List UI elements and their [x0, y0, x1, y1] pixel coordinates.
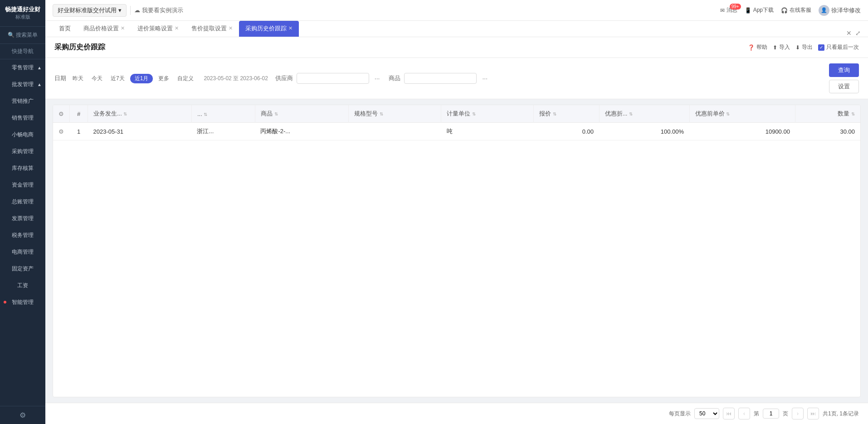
total-info: 共1页, 1条记录 [823, 410, 859, 418]
table-row: ⚙ 1 2023-05-31 浙江... 丙烯酸-2-... 吨 0.00 10… [53, 123, 860, 140]
tab-price[interactable]: 商品价格设置 ✕ [77, 21, 131, 37]
th-original-price-label: 优惠前单价 [695, 110, 725, 117]
filter-row: 日期 昨天 今天 近7天 近1月 更多 自定义 2023-05-02 至 202… [54, 63, 859, 93]
th-original-price-sort: ⇅ [726, 111, 730, 116]
online-service-action[interactable]: 🎧 在线客服 [781, 6, 811, 14]
th-quantity[interactable]: 数量 ⇅ [795, 105, 860, 123]
goods-input[interactable] [404, 73, 477, 84]
panel-close-btn[interactable]: ✕ [846, 29, 852, 37]
page-number-input[interactable] [763, 409, 779, 419]
sidebar-item-ecom-small[interactable]: 小畅电商 [0, 126, 45, 143]
th-quantity-sort: ⇅ [851, 111, 855, 116]
goods-dots-btn[interactable]: ··· [480, 74, 489, 83]
export-btn[interactable]: ⬇ 导出 [795, 43, 813, 51]
tab-purchase-strategy[interactable]: 进价策略设置 ✕ [131, 21, 185, 37]
th-goods[interactable]: 商品 ⇅ [255, 105, 349, 123]
goods-filter-label: 商品 [389, 74, 400, 82]
sidebar-settings-icon[interactable]: ⚙ [20, 411, 26, 419]
page-prev-btn[interactable]: ‹ [738, 408, 750, 419]
sidebar-search[interactable]: 🔍 搜索菜单 [0, 27, 45, 44]
date-opt-yesterday[interactable]: 昨天 [70, 74, 86, 83]
sidebar-item-retail[interactable]: 零售管理 ▲ [0, 59, 45, 76]
th-price-label: 报价 [539, 110, 551, 117]
th-goods-label: 商品 [261, 110, 273, 117]
tab-history-price[interactable]: 采购历史价跟踪 ✕ [239, 21, 299, 37]
th-price[interactable]: 报价 ⇅ [534, 105, 599, 123]
tab-sale-price[interactable]: 售价提取设置 ✕ [185, 21, 239, 37]
th-spec-sort: ⇅ [380, 111, 383, 116]
th-gear[interactable]: ⚙ [53, 105, 70, 123]
tab-price-close[interactable]: ✕ [121, 25, 125, 31]
topbar-divider [130, 6, 131, 15]
th-more[interactable]: ... ⇅ [191, 105, 255, 123]
sidebar-quick-nav[interactable]: 快捷导航 [0, 44, 45, 59]
sidebar-item-wholesale[interactable]: 批发管理 ▲ [0, 76, 45, 93]
page-last-btn[interactable]: ⏭ [807, 408, 819, 419]
supplier-input[interactable] [297, 73, 369, 84]
tab-sale-price-close[interactable]: ✕ [229, 25, 233, 31]
sidebar-item-sales[interactable]: 销售管理 [0, 110, 45, 126]
date-range-group: 2023-05-02 至 2023-06-02 [204, 75, 268, 82]
sidebar-item-smart[interactable]: 智能管理 [0, 294, 45, 311]
th-date[interactable]: 业务发生... ⇅ [88, 105, 192, 123]
date-opt-1month[interactable]: 近1月 [130, 74, 153, 83]
panel-expand-btn[interactable]: ⤢ [855, 29, 861, 37]
th-spec[interactable]: 规格型号 ⇅ [349, 105, 441, 123]
sidebar-item-assets[interactable]: 固定资产 [0, 260, 45, 277]
sidebar-item-finance[interactable]: 资金管理 [0, 177, 45, 193]
query-btn[interactable]: 查询 [829, 63, 859, 77]
import-btn[interactable]: ⬆ 导入 [773, 43, 790, 51]
th-discount-label: 优惠折... [605, 110, 628, 117]
page-title: 采购历史价跟踪 [54, 43, 105, 52]
date-opt-7days[interactable]: 近7天 [108, 74, 127, 83]
th-unit[interactable]: 计量单位 ⇅ [441, 105, 534, 123]
th-date-label: 业务发生... [93, 110, 122, 117]
version-select[interactable]: 好业财标准版交付试用 ▾ [53, 4, 127, 17]
page-next-btn[interactable]: › [792, 408, 804, 419]
table-header-row: ⚙ # 业务发生... ⇅ ... ⇅ 商品 ⇅ [53, 105, 860, 123]
page-first-btn[interactable]: ⏮ [723, 408, 735, 419]
sidebar-item-ledger[interactable]: 总账管理 [0, 193, 45, 210]
th-num: # [70, 105, 88, 123]
topbar-right: ✉ 消息 99+ 📱 App下载 🎧 在线客服 👤 徐泽华修改 [720, 5, 861, 16]
date-filter-group: 日期 昨天 今天 近7天 近1月 更多 自定义 [54, 74, 196, 83]
sidebar-item-purchase[interactable]: 采购管理 [0, 143, 45, 160]
sidebar-item-tax[interactable]: 税务管理 [0, 227, 45, 244]
tab-purchase-strategy-close[interactable]: ✕ [175, 25, 179, 31]
sidebar-item-ecom[interactable]: 电商管理 [0, 244, 45, 260]
sidebar-item-marketing[interactable]: 营销推广 [0, 93, 45, 110]
filter-settings-btn[interactable]: 设置 [829, 80, 859, 93]
sidebar-item-inventory[interactable]: 库存核算 [0, 160, 45, 177]
demo-icon: ☁ [134, 7, 140, 14]
table-container: ⚙ # 业务发生... ⇅ ... ⇅ 商品 ⇅ [53, 105, 861, 397]
app-download-action[interactable]: 📱 App下载 [745, 6, 774, 14]
tab-home[interactable]: 首页 [53, 21, 77, 37]
headset-icon: 🎧 [781, 7, 788, 14]
th-more-label: ... [197, 111, 202, 117]
td-spec [349, 123, 441, 140]
user-info[interactable]: 👤 徐泽华修改 [819, 5, 861, 16]
tab-history-price-close[interactable]: ✕ [288, 25, 293, 31]
date-opt-custom[interactable]: 自定义 [175, 74, 196, 83]
page-actions: ❓ 帮助 ⬆ 导入 ⬇ 导出 ✓ 只看最后一次 [748, 43, 859, 51]
per-page-select[interactable]: 50 100 200 [694, 408, 719, 419]
export-icon: ⬇ [795, 44, 800, 51]
help-btn[interactable]: ❓ 帮助 [748, 43, 767, 51]
date-opt-more[interactable]: 更多 [156, 74, 172, 83]
demo-link[interactable]: ☁ 我要看实例演示 [134, 6, 183, 14]
date-opt-today[interactable]: 今天 [89, 74, 105, 83]
page-label: 第 [754, 410, 759, 418]
supplier-dots-btn[interactable]: ··· [373, 74, 382, 83]
sidebar-item-invoice[interactable]: 发票管理 [0, 210, 45, 227]
topbar-left: 好业财标准版交付试用 ▾ ☁ 我要看实例演示 [53, 4, 183, 17]
td-gear[interactable]: ⚙ [53, 123, 70, 140]
data-table: ⚙ # 业务发生... ⇅ ... ⇅ 商品 ⇅ [53, 105, 860, 140]
sidebar-item-payroll[interactable]: 工资 [0, 277, 45, 294]
th-discount[interactable]: 优惠折... ⇅ [599, 105, 689, 123]
version-dropdown-icon: ▾ [118, 7, 122, 14]
message-action[interactable]: ✉ 消息 99+ [720, 6, 737, 14]
th-original-price[interactable]: 优惠前单价 ⇅ [689, 105, 795, 123]
only-last-checkbox[interactable]: ✓ 只看最后一次 [818, 43, 859, 51]
pagination: 每页显示 50 100 200 ⏮ ‹ 第 页 › ⏭ 共1页, 1条记录 [45, 403, 868, 424]
page-unit: 页 [783, 410, 788, 418]
